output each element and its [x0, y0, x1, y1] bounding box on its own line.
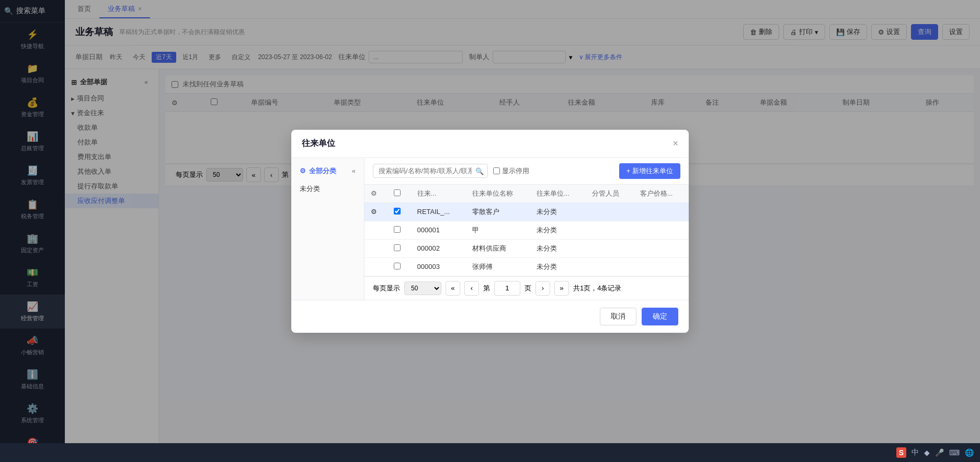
dialog-table-body: ⚙ RETAIL_... 零散客户 未分类: [364, 202, 689, 276]
dialog-col-manager: 分管人员: [586, 185, 634, 203]
dialog-footer-bar: 每页显示 50 100 « ‹ 第 页 › » 共1页，4条记录: [364, 276, 689, 300]
dialog-col-checkbox: [388, 185, 411, 203]
show-disabled-label[interactable]: 显示停用: [493, 166, 529, 176]
dialog-col-name: 往来单位名称: [466, 185, 531, 203]
dialog-sidebar-uncategorized[interactable]: 未分类: [291, 180, 364, 198]
partner-search-input[interactable]: [373, 164, 488, 178]
dialog-category-header: ⚙ 全部分类 «: [291, 162, 364, 180]
dialog-total-info: 共1页，4条记录: [573, 284, 621, 293]
dialog-col-settings: ⚙: [364, 185, 388, 203]
row-select-checkbox[interactable]: [394, 208, 401, 215]
row-name: 材料供应商: [466, 239, 531, 257]
dialog-body: ⚙ 全部分类 « 未分类 🔍 显示停用: [291, 158, 689, 300]
row-select-checkbox[interactable]: [394, 226, 401, 233]
dialog-sidebar: ⚙ 全部分类 « 未分类: [291, 158, 364, 300]
row-manager: [586, 221, 634, 239]
dialog-partner-table: ⚙ 往来... 往来单位名称 往来单位... 分管人员 客户价格...: [364, 185, 689, 276]
cancel-button[interactable]: 取消: [600, 308, 636, 325]
dialog-footer-actions: 取消 确定: [291, 300, 689, 333]
row-code: 000001: [411, 221, 466, 239]
dialog-header: 往来单位 ×: [291, 130, 689, 158]
row-code: 000002: [411, 239, 466, 257]
dialog-page-suffix: 页: [525, 284, 531, 293]
table-row[interactable]: 000002 材料供应商 未分类: [364, 239, 689, 257]
taskbar-icon-keyboard[interactable]: ⌨: [949, 448, 960, 457]
taskbar-icon-diamond[interactable]: ◆: [924, 448, 930, 457]
dialog-select-all[interactable]: [394, 189, 401, 196]
row-settings: ⚙: [364, 202, 388, 221]
row-checkbox: [388, 239, 411, 257]
table-row[interactable]: 000001 甲 未分类: [364, 221, 689, 239]
row-code: 000003: [411, 257, 466, 276]
row-manager: [586, 202, 634, 221]
row-category: 未分类: [530, 257, 585, 276]
dialog-page-last[interactable]: »: [554, 281, 569, 296]
dialog-page-input[interactable]: [494, 281, 520, 296]
row-manager: [586, 257, 634, 276]
table-row[interactable]: ⚙ RETAIL_... 零散客户 未分类: [364, 202, 689, 221]
row-category: 未分类: [530, 202, 585, 221]
add-partner-btn[interactable]: + 新增往来单位: [619, 163, 680, 179]
row-settings: [364, 239, 388, 257]
row-checkbox: [388, 257, 411, 276]
uncategorized-label: 未分类: [300, 184, 320, 194]
row-checkbox: [388, 221, 411, 239]
taskbar-icon-zh[interactable]: 中: [911, 448, 919, 457]
dialog-page-prev[interactable]: ‹: [464, 281, 479, 296]
row-name: 张师傅: [466, 257, 531, 276]
dialog-per-page-select[interactable]: 50 100: [404, 281, 441, 295]
taskbar: S 中 ◆ 🎤 ⌨ 🌐: [0, 443, 980, 462]
row-price: [634, 202, 689, 221]
row-name: 甲: [466, 221, 531, 239]
category-settings-icon: ⚙: [300, 167, 306, 175]
dialog-close-btn[interactable]: ×: [673, 138, 678, 149]
dialog-table-header: ⚙ 往来... 往来单位名称 往来单位... 分管人员 客户价格...: [364, 185, 689, 203]
row-settings: [364, 257, 388, 276]
dialog-table-wrap: ⚙ 往来... 往来单位名称 往来单位... 分管人员 客户价格...: [364, 185, 689, 276]
dialog-title: 往来单位: [302, 138, 335, 149]
sidebar-collapse-btn[interactable]: «: [352, 167, 356, 175]
row-settings: [364, 221, 388, 239]
dialog-overlay: 往来单位 × ⚙ 全部分类 « 未分类: [0, 0, 980, 462]
row-name: 零散客户: [466, 202, 531, 221]
taskbar-icon-network[interactable]: 🌐: [965, 448, 974, 457]
dialog-page-next[interactable]: ›: [535, 281, 550, 296]
row-price: [634, 257, 689, 276]
row-select-checkbox[interactable]: [394, 244, 401, 251]
confirm-button[interactable]: 确定: [642, 308, 678, 325]
row-code: RETAIL_...: [411, 202, 466, 221]
row-checkbox: [388, 202, 411, 221]
search-icon[interactable]: 🔍: [475, 167, 484, 175]
partner-dialog: 往来单位 × ⚙ 全部分类 « 未分类: [291, 130, 689, 333]
row-select-checkbox[interactable]: [394, 263, 401, 269]
dialog-page-first[interactable]: «: [446, 281, 460, 296]
search-wrap: 🔍: [373, 164, 488, 178]
dialog-page-label: 第: [483, 284, 490, 293]
row-price: [634, 221, 689, 239]
dialog-col-category: 往来单位...: [530, 185, 585, 203]
taskbar-icon-mic[interactable]: 🎤: [935, 448, 944, 457]
dialog-col-code: 往来...: [411, 185, 466, 203]
dialog-per-page-label: 每页显示: [373, 284, 400, 293]
table-row[interactable]: 000003 张师傅 未分类: [364, 257, 689, 276]
row-category: 未分类: [530, 221, 585, 239]
row-manager: [586, 239, 634, 257]
row-price: [634, 239, 689, 257]
dialog-main: 🔍 显示停用 + 新增往来单位 ⚙: [364, 158, 689, 300]
dialog-col-price: 客户价格...: [634, 185, 689, 203]
row-category: 未分类: [530, 239, 585, 257]
category-header-label: 全部分类: [309, 166, 336, 176]
show-disabled-checkbox[interactable]: [493, 167, 500, 174]
dialog-toolbar: 🔍 显示停用 + 新增往来单位: [364, 158, 689, 185]
taskbar-icon-s: S: [896, 447, 906, 458]
